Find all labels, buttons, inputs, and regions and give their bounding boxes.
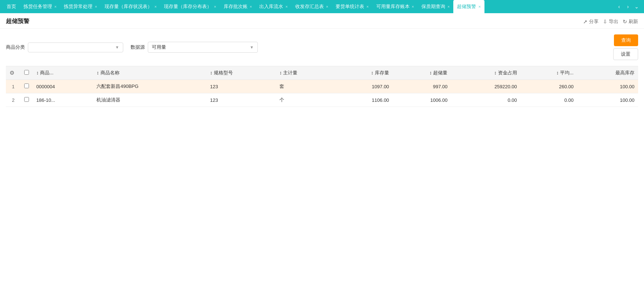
nav-item-4[interactable]: 现存量（库存分布表）× <box>160 0 220 13</box>
th-overstock: ↕ 超储量 <box>393 66 451 80</box>
nav-item-3[interactable]: 现存量（库存状况表）× <box>101 0 160 13</box>
nav-close-icon-10[interactable]: × <box>447 4 450 9</box>
nav-item-6[interactable]: 出入库流水× <box>256 0 291 13</box>
nav-close-icon-4[interactable]: × <box>214 4 216 9</box>
table-wrap: ⚙ ↕ 商品... ↕ 商品名称 ↕ 规格型号 ↕ 主计量 <box>0 66 644 107</box>
row-product-name: 机油滤清器 <box>93 93 206 107</box>
row-product-name: 六配套新昌490BPG <box>93 80 206 93</box>
row-checkbox[interactable] <box>24 97 29 102</box>
table-row: 1 0000004 六配套新昌490BPG 123 套 1097.00 997.… <box>6 80 638 93</box>
share-icon: ➚ <box>583 19 588 25</box>
table-header-row: ⚙ ↕ 商品... ↕ 商品名称 ↕ 规格型号 ↕ 主计量 <box>6 66 638 80</box>
datasource-value: 可用量 <box>152 44 166 51</box>
row-max-stock: 100.00 <box>577 93 638 107</box>
row-index: 2 <box>6 93 21 107</box>
select-all-checkbox[interactable] <box>24 70 29 75</box>
th-avg: ↕ 平均... <box>521 66 577 80</box>
category-label: 商品分类 <box>6 44 25 51</box>
nav-prev-arrow[interactable]: ‹ <box>615 0 623 13</box>
page-actions: ➚ 分享 ⇩ 导出 ↻ 刷新 <box>583 18 638 25</box>
nav-close-icon-7[interactable]: × <box>326 4 328 9</box>
datasource-dropdown-arrow: ▼ <box>250 45 254 49</box>
nav-close-icon-3[interactable]: × <box>154 4 157 9</box>
row-stock: 1106.00 <box>334 93 392 107</box>
export-button[interactable]: ⇩ 导出 <box>603 18 618 25</box>
datasource-label: 数据源 <box>131 44 145 51</box>
row-avg: 260.00 <box>521 80 577 93</box>
nav-item-0[interactable]: 首页 <box>3 0 20 13</box>
settings-button[interactable]: 设置 <box>613 48 638 60</box>
nav-item-9[interactable]: 可用量库存账本× <box>373 0 418 13</box>
row-checkbox-cell[interactable] <box>21 80 33 93</box>
nav-item-7[interactable]: 收发存汇总表× <box>292 0 332 13</box>
th-capital: ↕ 资金占用 <box>451 66 520 80</box>
th-unit: ↕ 主计量 <box>276 66 334 80</box>
nav-close-icon-11[interactable]: × <box>478 4 480 9</box>
nav-menu-arrow[interactable]: ⌄ <box>632 0 641 13</box>
filter-area: 商品分类 ▼ 数据源 可用量 ▼ 查询 设置 <box>0 29 644 66</box>
row-product-code: 0000004 <box>33 80 93 93</box>
row-max-stock: 100.00 <box>577 80 638 93</box>
datasource-select[interactable]: 可用量 ▼ <box>148 42 258 53</box>
row-capital: 259220.00 <box>451 80 520 93</box>
page-title: 超储预警 <box>6 18 29 25</box>
filter-buttons: 查询 设置 <box>613 34 638 60</box>
row-spec: 123 <box>206 80 276 93</box>
row-unit: 套 <box>276 80 334 93</box>
share-button[interactable]: ➚ 分享 <box>583 18 599 25</box>
row-stock: 1097.00 <box>334 80 392 93</box>
query-button[interactable]: 查询 <box>614 34 638 46</box>
th-settings: ⚙ <box>6 66 21 80</box>
nav-close-icon-9[interactable]: × <box>412 4 414 9</box>
nav-item-10[interactable]: 保质期查询× <box>418 0 453 13</box>
th-max-stock: 最高库存 <box>577 66 638 80</box>
settings-gear-icon[interactable]: ⚙ <box>10 70 14 76</box>
nav-close-icon-8[interactable]: × <box>366 4 369 9</box>
table-row: 2 186-10... 机油滤清器 123 个 1106.00 1006.00 … <box>6 93 638 107</box>
row-product-code: 186-10... <box>33 93 93 107</box>
datasource-filter-group: 数据源 可用量 ▼ <box>131 42 258 53</box>
row-checkbox-cell[interactable] <box>21 93 33 107</box>
category-filter-group: 商品分类 ▼ <box>6 42 123 52</box>
nav-close-icon-5[interactable]: × <box>250 4 252 9</box>
nav-next-arrow[interactable]: › <box>623 0 632 13</box>
nav-item-2[interactable]: 拣货异常处理× <box>60 0 100 13</box>
row-unit: 个 <box>276 93 334 107</box>
row-overstock: 1006.00 <box>393 93 451 107</box>
nav-close-icon-2[interactable]: × <box>95 4 97 9</box>
nav-item-1[interactable]: 拣货任务管理× <box>20 0 60 13</box>
row-avg: 0.00 <box>521 93 577 107</box>
th-checkbox <box>21 66 33 80</box>
export-icon: ⇩ <box>603 19 607 25</box>
nav-item-5[interactable]: 库存批次账× <box>220 0 256 13</box>
nav-close-icon-6[interactable]: × <box>285 4 288 9</box>
nav-item-11[interactable]: 超储预警× <box>453 0 484 13</box>
data-table: ⚙ ↕ 商品... ↕ 商品名称 ↕ 规格型号 ↕ 主计量 <box>6 66 638 107</box>
page-container: 超储预警 ➚ 分享 ⇩ 导出 ↻ 刷新 商品分类 ▼ 数据源 <box>0 13 644 293</box>
refresh-button[interactable]: ↻ 刷新 <box>623 18 638 25</box>
category-select[interactable]: ▼ <box>28 42 123 52</box>
refresh-icon: ↻ <box>623 19 627 25</box>
th-spec: ↕ 规格型号 <box>206 66 276 80</box>
th-product-code: ↕ 商品... <box>33 66 93 80</box>
page-header: 超储预警 ➚ 分享 ⇩ 导出 ↻ 刷新 <box>0 13 644 29</box>
row-checkbox[interactable] <box>24 84 29 88</box>
row-overstock: 997.00 <box>393 80 451 93</box>
th-stock: ↕ 库存量 <box>334 66 392 80</box>
top-nav: 首页拣货任务管理×拣货异常处理×现存量（库存状况表）×现存量（库存分布表）×库存… <box>0 0 644 13</box>
category-dropdown-arrow: ▼ <box>115 45 119 49</box>
row-capital: 0.00 <box>451 93 520 107</box>
nav-item-8[interactable]: 要货单统计表× <box>332 0 372 13</box>
category-value <box>32 45 33 50</box>
row-index: 1 <box>6 80 21 93</box>
row-spec: 123 <box>206 93 276 107</box>
nav-close-icon-1[interactable]: × <box>54 4 56 9</box>
th-product-name: ↕ 商品名称 <box>93 66 206 80</box>
